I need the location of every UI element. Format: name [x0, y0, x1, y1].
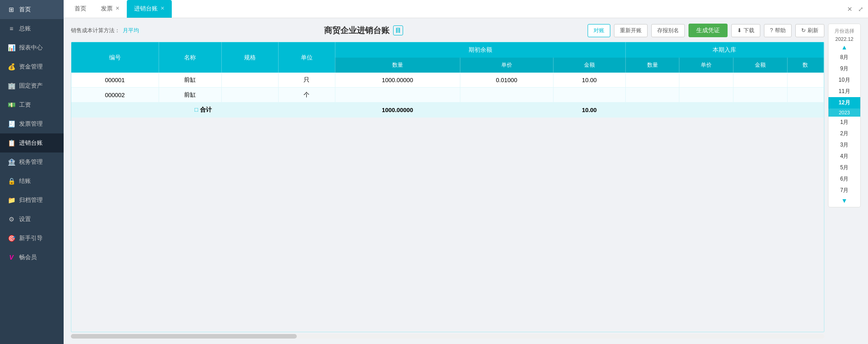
- col-in-extra: 数: [787, 58, 823, 73]
- cell-init-price-1: 0.01000: [460, 73, 553, 88]
- tab-trade-ledger[interactable]: 进销台账 ✕: [127, 0, 172, 18]
- main-area: 首页 发票 ✕ 进销台账 ✕ ✕ ⤢ 销售成本计算方法： 月平均 商贸企业进销台…: [64, 0, 868, 344]
- month-item-2[interactable]: 2月: [828, 128, 860, 139]
- total-row: □合计 1000.00000 10.00: [71, 103, 824, 118]
- page-title: 商贸企业进销台账: [324, 25, 389, 36]
- cell-in-extra-2: [787, 88, 823, 103]
- month-selector-title: 月份选择: [834, 26, 854, 35]
- sidebar-item-funds[interactable]: 💰 资金管理: [0, 57, 64, 76]
- total-in-extra: [787, 103, 823, 118]
- month-item-9[interactable]: 9月: [828, 63, 860, 74]
- horizontal-scrollbar[interactable]: [71, 334, 824, 339]
- cell-in-qty-2: [625, 88, 679, 103]
- total-init-qty: 1000.00000: [335, 103, 460, 118]
- sidebar-item-trade-ledger[interactable]: 📋 进销台账: [0, 133, 64, 152]
- col-in-qty: 数量: [625, 58, 679, 73]
- sidebar-item-ledger[interactable]: ≡ 总账: [0, 19, 64, 38]
- settings-icon: ⚙: [7, 216, 15, 223]
- sidebar-item-invoice-mgmt[interactable]: 🧾 发票管理: [0, 114, 64, 133]
- top-bar: 销售成本计算方法： 月平均 商贸企业进销台账 目 对账 重新开账 存报别名 生成…: [71, 24, 824, 37]
- download-button[interactable]: ⬇ 下载: [731, 24, 760, 37]
- month-selector-panel: 月份选择 2022.12 ▲ 8月 9月 10月 11月 12月 2023 1月…: [828, 24, 861, 207]
- archive-icon: 📁: [7, 197, 15, 204]
- reconcile-button[interactable]: 对账: [588, 24, 610, 37]
- ledger-table: 编号 名称 规格 单位 期初余额 本期入库 数量 单价 金额 数量: [71, 42, 824, 118]
- invoice-icon: 🧾: [7, 120, 15, 128]
- month-item-1[interactable]: 1月: [828, 117, 860, 128]
- col-header-unit: 单位: [278, 42, 335, 73]
- month-item-6[interactable]: 6月: [828, 173, 860, 185]
- month-scroll-down-button[interactable]: ▼: [828, 196, 860, 205]
- cell-in-price-1: [679, 73, 733, 88]
- sidebar-item-guide[interactable]: 🎯 新手引导: [0, 229, 64, 248]
- cell-spec-2: [221, 88, 278, 103]
- help-button[interactable]: ? 帮助: [764, 24, 792, 37]
- cell-init-amount-2: [553, 88, 625, 103]
- page-title-area: 商贸企业进销台账 目: [324, 25, 403, 36]
- cell-in-qty-1: [625, 73, 679, 88]
- sidebar-item-home[interactable]: ⊞ 首页: [0, 0, 64, 19]
- funds-icon: 💰: [7, 63, 15, 70]
- table-row: 000001 前缸 只 1000.00000 0.01000 10.00: [71, 73, 824, 88]
- cell-init-price-2: [460, 88, 553, 103]
- sidebar-item-archive[interactable]: 📁 归档管理: [0, 191, 64, 210]
- month-item-10[interactable]: 10月: [828, 74, 860, 86]
- table-row: 000002 前缸 个: [71, 88, 824, 103]
- save-alias-button[interactable]: 存报别名: [651, 24, 685, 37]
- month-item-4[interactable]: 4月: [828, 151, 860, 162]
- sidebar-item-vip[interactable]: V 畅会员: [0, 248, 64, 267]
- generate-voucher-button[interactable]: 生成凭证: [688, 24, 728, 37]
- month-scroll-up-button[interactable]: ▲: [828, 43, 860, 52]
- month-item-8[interactable]: 8月: [828, 52, 860, 63]
- sidebar-item-salary[interactable]: 💵 工资: [0, 95, 64, 114]
- total-in-price: [679, 103, 733, 118]
- reopen-button[interactable]: 重新开账: [614, 24, 648, 37]
- cell-in-amount-2: [733, 88, 788, 103]
- refresh-button[interactable]: ↻ 刷新: [795, 24, 824, 37]
- salary-icon: 💵: [7, 101, 15, 108]
- tab-trade-ledger-close[interactable]: ✕: [160, 5, 165, 11]
- year-2022-label: 2022.12: [835, 35, 853, 43]
- cell-in-amount-1: [733, 73, 788, 88]
- sidebar-item-settings[interactable]: ⚙ 设置: [0, 210, 64, 229]
- sidebar: ⊞ 首页 ≡ 总账 📊 报表中心 💰 资金管理 🏢 固定资产 💵 工资 🧾 发票…: [0, 0, 64, 344]
- scroll-thumb: [71, 334, 297, 339]
- title-doc-icon[interactable]: 目: [393, 25, 403, 35]
- sidebar-item-reports[interactable]: 📊 报表中心: [0, 38, 64, 57]
- download-icon: ⬇: [737, 27, 742, 34]
- month-item-7[interactable]: 7月: [828, 185, 860, 196]
- month-item-12[interactable]: 12月: [828, 97, 860, 108]
- month-item-11[interactable]: 11月: [828, 86, 860, 97]
- cost-method-info: 销售成本计算方法： 月平均: [71, 27, 139, 34]
- month-item-3[interactable]: 3月: [828, 139, 860, 151]
- month-item-5[interactable]: 5月: [828, 162, 860, 173]
- col-header-name: 名称: [159, 42, 221, 73]
- col-in-amount: 金额: [733, 58, 788, 73]
- tab-invoice[interactable]: 发票 ✕: [94, 0, 127, 18]
- home-icon: ⊞: [7, 6, 15, 13]
- tab-home[interactable]: 首页: [67, 0, 94, 18]
- tab-invoice-close[interactable]: ✕: [115, 5, 120, 11]
- ledger-icon: ≡: [7, 25, 15, 32]
- maximize-window-button[interactable]: ⤢: [857, 5, 864, 13]
- total-icon: □: [195, 106, 198, 113]
- col-init-amount: 金额: [553, 58, 625, 73]
- sidebar-item-assets[interactable]: 🏢 固定资产: [0, 76, 64, 95]
- cell-id-1: 000001: [71, 73, 159, 88]
- refresh-icon: ↻: [801, 27, 806, 34]
- cell-unit-1: 只: [278, 73, 335, 88]
- col-header-spec: 规格: [221, 42, 278, 73]
- content-area: 销售成本计算方法： 月平均 商贸企业进销台账 目 对账 重新开账 存报别名 生成…: [64, 18, 868, 344]
- sidebar-item-tax[interactable]: 🏦 税务管理: [0, 152, 64, 172]
- vip-icon: V: [7, 254, 15, 261]
- year-2023-divider: 2023: [828, 108, 860, 117]
- tax-icon: 🏦: [7, 158, 15, 166]
- col-group-in: 本期入库: [625, 42, 823, 58]
- close-accounts-icon: 🔒: [7, 177, 15, 185]
- reports-icon: 📊: [7, 44, 15, 51]
- total-init-price: [460, 103, 553, 118]
- action-toolbar: 对账 重新开账 存报别名 生成凭证 ⬇ 下载 ? 帮助 ↻ 刷新: [588, 24, 824, 37]
- sidebar-item-close[interactable]: 🔒 结账: [0, 172, 64, 191]
- trade-ledger-icon: 📋: [7, 139, 15, 147]
- close-window-button[interactable]: ✕: [846, 5, 853, 13]
